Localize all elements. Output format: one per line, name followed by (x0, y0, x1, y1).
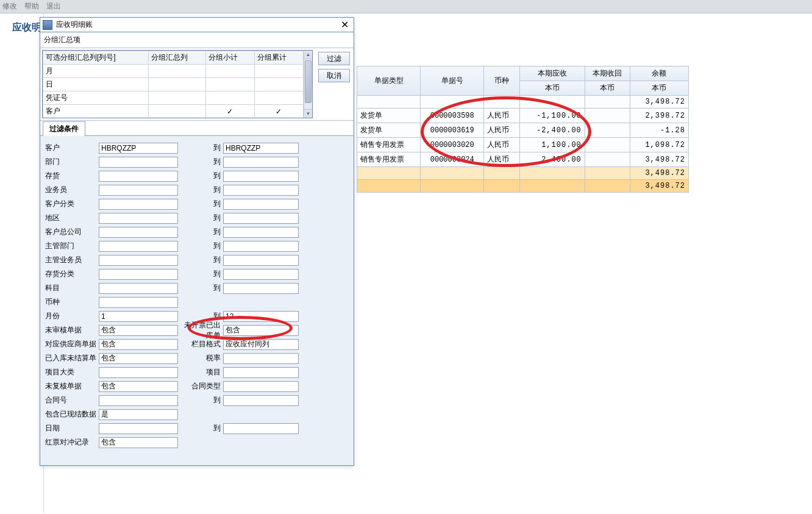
filter-input[interactable] (99, 255, 178, 266)
filter-row: 包含已现结数据 (44, 407, 350, 421)
filter-input[interactable] (99, 367, 178, 378)
menu-item[interactable]: 修改 (2, 1, 17, 12)
filter-input[interactable] (99, 143, 178, 154)
filter-input[interactable] (99, 395, 178, 406)
filter-input[interactable] (99, 199, 178, 210)
filter-input[interactable] (99, 185, 178, 196)
group-cell[interactable] (205, 78, 254, 91)
filter-input-to[interactable] (223, 339, 299, 350)
filter-input[interactable] (99, 311, 178, 322)
filter-input-to[interactable] (223, 311, 299, 322)
cell-doctype (357, 96, 421, 109)
filter-input-to[interactable] (223, 283, 299, 294)
filter-input-to[interactable] (223, 241, 299, 252)
group-cell[interactable] (149, 65, 205, 78)
group-section-label: 分组汇总项 (40, 32, 354, 48)
cell-bal: 3,498.72 (630, 96, 688, 109)
cell-bal: 1,098.72 (630, 138, 688, 152)
filter-input[interactable] (99, 339, 178, 350)
filter-label: 日期 (44, 423, 99, 434)
group-cell[interactable] (149, 91, 205, 105)
group-cell[interactable] (149, 105, 205, 118)
filter-input-to[interactable] (223, 381, 299, 392)
filter-label: 未审核单据 (44, 325, 99, 335)
table-row[interactable]: 发货单0000003598人民币-1,100.002,398.72 (357, 109, 689, 123)
table-row[interactable]: 销售专用发票0000003020人民币1,100.001,098.72 (357, 138, 689, 152)
group-cell[interactable]: 日 (43, 78, 149, 91)
filter-button[interactable]: 过滤 (318, 52, 350, 65)
group-row[interactable]: 凭证号 (43, 91, 304, 105)
filter-input[interactable] (99, 423, 178, 434)
cell-blank (357, 167, 421, 180)
filter-input-to[interactable] (223, 185, 299, 196)
group-row[interactable]: 客户✓✓ (43, 105, 304, 118)
filter-input-to[interactable] (223, 213, 299, 224)
group-cell[interactable] (254, 65, 303, 78)
filter-input-to[interactable] (223, 199, 299, 210)
group-cell[interactable] (205, 91, 254, 105)
scroll-up-icon[interactable]: ▲ (304, 51, 312, 59)
filter-input-to[interactable] (223, 325, 299, 336)
group-cell[interactable]: 客户 (43, 105, 149, 118)
filter-input-to[interactable] (223, 171, 299, 182)
filter-input-to[interactable] (223, 227, 299, 238)
filter-input[interactable] (99, 213, 178, 224)
scroll-thumb[interactable] (305, 60, 312, 103)
col-received: 本期收回 (585, 66, 630, 81)
tab-filter[interactable]: 过滤条件 (43, 121, 85, 136)
cancel-button[interactable]: 取消 (318, 69, 350, 82)
filter-input-to[interactable] (223, 353, 299, 364)
filter-input[interactable] (99, 297, 178, 308)
group-cell[interactable]: 月 (43, 65, 149, 78)
filter-input-to[interactable] (223, 143, 299, 154)
group-cell[interactable] (254, 118, 303, 119)
cell-doctype: 发货单 (357, 109, 421, 123)
group-cell[interactable] (254, 91, 303, 105)
scroll-down-icon[interactable]: ▼ (304, 109, 312, 118)
filter-input[interactable] (99, 437, 178, 448)
filter-input-to[interactable] (223, 269, 299, 280)
filter-input[interactable] (99, 409, 178, 420)
group-row[interactable]: 部门 (43, 118, 304, 119)
filter-input[interactable] (99, 227, 178, 238)
filter-input-to[interactable] (223, 395, 299, 406)
filter-input[interactable] (99, 325, 178, 336)
group-row[interactable]: 日 (43, 78, 304, 91)
dialog-titlebar[interactable]: 应收明细账 ✕ (40, 18, 354, 32)
table-row[interactable]: 发货单0000003619人民币-2,400.00-1.28 (357, 123, 689, 138)
group-cell[interactable]: ✓ (254, 105, 303, 118)
menu-item[interactable]: 退出 (46, 1, 61, 12)
menu-item[interactable]: 帮助 (24, 1, 39, 12)
filter-input-to[interactable] (223, 157, 299, 168)
filter-to-label: 到 (178, 171, 223, 181)
filter-input[interactable] (99, 157, 178, 168)
filter-input[interactable] (99, 283, 178, 294)
group-cell[interactable]: 凭证号 (43, 91, 149, 105)
cell-blank (585, 167, 630, 180)
group-cell[interactable] (149, 78, 205, 91)
group-cell[interactable] (254, 78, 303, 91)
group-scrollbar[interactable]: ▲ ▼ (304, 51, 312, 118)
filter-label: 对应供应商单据 (44, 339, 99, 349)
cell-recv: -2,400.00 (520, 123, 585, 138)
group-cell[interactable]: ✓ (205, 105, 254, 118)
table-row[interactable]: 销售专用发票0000003024人民币2,400.003,498.72 (357, 152, 689, 167)
filter-input[interactable] (99, 171, 178, 182)
filter-input[interactable] (99, 353, 178, 364)
filter-input-to[interactable] (223, 255, 299, 266)
filter-input-to[interactable] (223, 423, 299, 434)
filter-to-label: 到 (178, 423, 223, 434)
group-cell[interactable] (205, 65, 254, 78)
group-cell[interactable]: 部门 (43, 118, 149, 119)
group-cell[interactable] (149, 118, 205, 119)
filter-input[interactable] (99, 241, 178, 252)
app-icon (43, 20, 52, 30)
filter-input-to[interactable] (223, 367, 299, 378)
table-row[interactable]: 3,498.72 (357, 96, 689, 109)
group-cell[interactable] (205, 118, 254, 119)
group-row[interactable]: 月 (43, 65, 304, 78)
filter-input[interactable] (99, 269, 178, 280)
filter-input[interactable] (99, 381, 178, 392)
group-table[interactable]: 可选分组汇总列[列号] 分组汇总列 分组小计 分组累计 月日凭证号客户✓✓部门业… (42, 50, 313, 118)
close-icon[interactable]: ✕ (338, 20, 351, 30)
